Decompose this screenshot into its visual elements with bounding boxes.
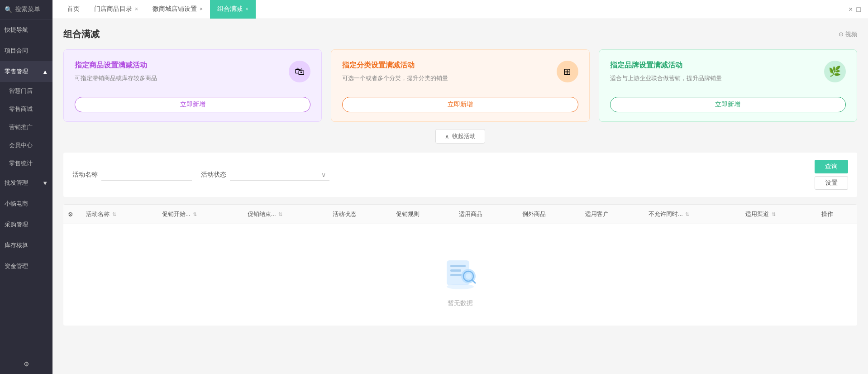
sidebar-label-wholesale-mgmt: 批发管理: [5, 179, 28, 187]
th-applicable-channel: 适用渠道 ⇅: [741, 205, 817, 224]
filter-name-input[interactable]: [101, 169, 192, 181]
window-maximize-button[interactable]: □: [856, 5, 861, 14]
table-header: ⚙ 活动名称 ⇅ 促销开始... ⇅ 促销结束... ⇅: [63, 205, 857, 224]
sidebar-label-marketing: 营销推广: [9, 124, 33, 130]
sort-name-icon[interactable]: ⇅: [112, 211, 116, 217]
product-card-icon: 🛍: [289, 61, 310, 82]
sidebar-label-inventory-calc: 库存核算: [5, 241, 28, 249]
th-name-label: 活动名称: [86, 211, 110, 217]
sidebar-item-inventory-calc[interactable]: 库存核算: [0, 235, 52, 256]
sidebar-item-retail-mgmt[interactable]: 零售管理 ▲: [0, 61, 52, 82]
sidebar-label-purchase-mgmt: 采购管理: [5, 221, 28, 229]
svg-rect-4: [450, 274, 463, 276]
filter-actions: 查询 设置: [815, 160, 848, 190]
video-link[interactable]: ⊙ 视频: [839, 30, 857, 38]
empty-state-text: 暂无数据: [63, 299, 857, 307]
th-operations: 操作: [817, 205, 857, 224]
tab-bar: 首页 门店商品目录 × 微商城店铺设置 × 组合满减 × × □: [52, 0, 868, 19]
brand-card-add-btn[interactable]: 立即新增: [610, 97, 846, 112]
filter-name-label: 活动名称: [72, 171, 98, 179]
chevron-up-icon: ▲: [42, 68, 48, 75]
empty-state-row: 暂无数据: [63, 224, 857, 326]
category-activity-card: ⊞ 指定分类设置满减活动 可选一个或者多个分类，提升分类的销量 立即新增: [331, 49, 589, 122]
page-title: 组合满减: [63, 28, 100, 40]
product-card-title: 指定商品设置满减活动: [75, 61, 310, 70]
query-button[interactable]: 查询: [815, 160, 848, 173]
th-operations-label: 操作: [821, 211, 833, 217]
sidebar-item-retail-mall[interactable]: 零售商城: [0, 100, 52, 118]
filter-status-select[interactable]: ∨: [230, 169, 329, 181]
tab-combo-discount-close[interactable]: ×: [245, 6, 248, 12]
svg-rect-2: [450, 265, 466, 267]
sidebar-label-funds-mgmt: 资金管理: [5, 262, 28, 270]
filter-name-item: 活动名称: [72, 169, 192, 181]
window-close-button[interactable]: ×: [849, 5, 853, 14]
tab-wechat-store-close[interactable]: ×: [200, 6, 203, 12]
sidebar-label-smart-store: 智慧门店: [9, 87, 33, 94]
collapse-activities-btn[interactable]: ∧ 收起活动: [435, 129, 485, 144]
table-body: 暂无数据: [63, 224, 857, 326]
tab-wechat-store[interactable]: 微商城店铺设置 ×: [145, 0, 210, 19]
sidebar-label-retail-mgmt: 零售管理: [5, 67, 28, 76]
sidebar-search[interactable]: 🔍 搜索菜单: [0, 0, 52, 19]
sidebar-label-retail-mall: 零售商城: [9, 105, 33, 112]
chevron-up-icon-small: ∧: [445, 133, 449, 140]
sidebar-item-funds-mgmt[interactable]: 资金管理: [0, 256, 52, 277]
tab-store-catalog-label: 门店商品目录: [94, 5, 132, 13]
th-promo-start: 促销开始... ⇅: [157, 205, 243, 224]
th-gear: ⚙: [63, 205, 81, 224]
th-no-concurrent-label: 不允许同时...: [649, 211, 683, 217]
sidebar-item-quick-nav[interactable]: 快捷导航: [0, 19, 52, 40]
sidebar-item-member-center[interactable]: 会员中心: [0, 136, 52, 154]
th-except-goods: 例外商品: [518, 205, 581, 224]
sidebar-label-xiaochang: 小畅电商: [5, 200, 28, 208]
th-promo-rule-label: 促销规则: [396, 211, 420, 217]
tab-home-label: 首页: [67, 5, 80, 13]
brand-card-desc: 适合与上游企业联合做营销，提升品牌销量: [610, 74, 846, 83]
sort-promo-end-icon[interactable]: ⇅: [278, 211, 282, 217]
tab-window-actions: × □: [849, 5, 861, 14]
sidebar-label-quick-nav: 快捷导航: [5, 26, 28, 34]
th-applicable-customer-label: 适用客户: [585, 211, 609, 217]
sort-applicable-channel-icon[interactable]: ⇅: [772, 211, 776, 217]
th-applicable-channel-label: 适用渠道: [745, 211, 769, 217]
sort-promo-start-icon[interactable]: ⇅: [193, 211, 197, 217]
category-card-title: 指定分类设置满减活动: [342, 61, 578, 70]
tab-wechat-store-label: 微商城店铺设置: [153, 5, 197, 13]
sort-no-concurrent-icon[interactable]: ⇅: [685, 211, 689, 217]
th-status-label: 活动状态: [333, 211, 356, 217]
sidebar-item-wholesale-mgmt[interactable]: 批发管理 ▼: [0, 173, 52, 193]
category-card-add-btn[interactable]: 立即新增: [342, 97, 578, 112]
sidebar-settings[interactable]: ⚙: [0, 354, 52, 374]
tab-store-catalog-close[interactable]: ×: [135, 6, 138, 12]
product-card-add-btn[interactable]: 立即新增: [75, 97, 310, 112]
tab-combo-discount[interactable]: 组合满减 ×: [210, 0, 256, 19]
product-card-desc: 可指定滞销商品或库存较多商品: [75, 74, 310, 83]
sidebar: 🔍 搜索菜单 快捷导航 项目合同 零售管理 ▲ 智慧门店 零售商城 营销推广 会…: [0, 0, 52, 374]
sidebar-item-purchase-mgmt[interactable]: 采购管理: [0, 214, 52, 235]
tab-home[interactable]: 首页: [60, 0, 87, 19]
category-card-icon: ⊞: [557, 61, 578, 82]
th-applicable-customer: 适用客户: [581, 205, 644, 224]
sidebar-label-project-contract: 项目合同: [5, 47, 28, 55]
video-label: 视频: [845, 30, 857, 38]
sidebar-item-smart-store[interactable]: 智慧门店: [0, 82, 52, 100]
filter-row: 活动名称 活动状态 ∨ 查询 设置: [63, 153, 857, 197]
play-circle-icon: ⊙: [839, 31, 844, 38]
th-except-goods-label: 例外商品: [522, 211, 546, 217]
settings-button[interactable]: 设置: [815, 176, 848, 190]
brand-card-icon: 🌿: [824, 61, 846, 82]
settings-icon: ⚙: [24, 360, 29, 368]
sidebar-item-retail-stats[interactable]: 零售统计: [0, 154, 52, 173]
sidebar-item-marketing[interactable]: 营销推广: [0, 118, 52, 136]
sidebar-item-xiaochang[interactable]: 小畅电商: [0, 193, 52, 214]
collapse-btn-label: 收起活动: [452, 132, 476, 140]
svg-point-8: [466, 273, 471, 279]
table-container: ⚙ 活动名称 ⇅ 促销开始... ⇅ 促销结束... ⇅: [63, 204, 857, 326]
tab-store-catalog[interactable]: 门店商品目录 ×: [87, 0, 145, 19]
th-name: 活动名称 ⇅: [81, 205, 157, 224]
gear-settings-icon[interactable]: ⚙: [68, 211, 73, 218]
th-promo-start-label: 促销开始...: [162, 211, 191, 217]
th-promo-end-label: 促销结束...: [248, 211, 276, 217]
sidebar-item-project-contract[interactable]: 项目合同: [0, 40, 52, 61]
